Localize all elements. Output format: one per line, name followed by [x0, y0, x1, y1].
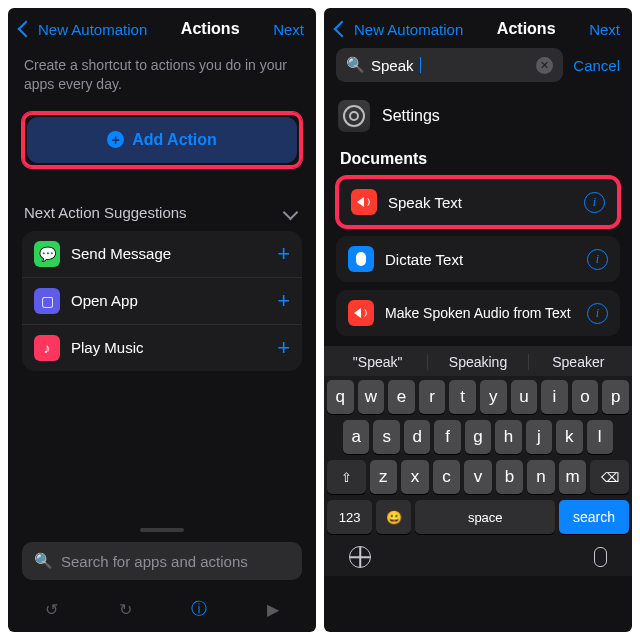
- key-j[interactable]: j: [526, 420, 552, 454]
- search-key[interactable]: search: [559, 500, 629, 534]
- key-u[interactable]: u: [511, 380, 538, 414]
- add-action-button[interactable]: + Add Action: [27, 117, 297, 163]
- keyboard-bottom-bar: [327, 540, 629, 568]
- keyboard: qwertyuiop asdfghjkl ⇧zxcvbnm⌫ 123 😀 spa…: [324, 376, 632, 576]
- suggestion-label: Send Message: [71, 245, 266, 262]
- add-icon[interactable]: +: [277, 241, 290, 267]
- key-i[interactable]: i: [541, 380, 568, 414]
- key-s[interactable]: s: [373, 420, 399, 454]
- key-k[interactable]: k: [556, 420, 582, 454]
- search-input[interactable]: 🔍 Speak ✕: [336, 48, 563, 82]
- info-icon[interactable]: ⓘ: [188, 598, 210, 620]
- tutorial-highlight: + Add Action: [22, 112, 302, 168]
- prediction[interactable]: Speaker: [528, 354, 628, 370]
- key-d[interactable]: d: [404, 420, 430, 454]
- space-key[interactable]: space: [415, 500, 555, 534]
- prediction[interactable]: Speaking: [427, 354, 527, 370]
- suggestions-header[interactable]: Next Action Suggestions: [24, 204, 300, 221]
- suggestion-row[interactable]: 💬 Send Message +: [22, 231, 302, 277]
- key-r[interactable]: r: [419, 380, 446, 414]
- screen-actions-empty: New Automation Actions Next Create a sho…: [8, 8, 316, 632]
- result-speak-text[interactable]: Speak Text i: [336, 176, 620, 228]
- nav-title: Actions: [497, 20, 556, 38]
- key-b[interactable]: b: [496, 460, 524, 494]
- emoji-key[interactable]: 😀: [376, 500, 411, 534]
- info-icon[interactable]: i: [584, 192, 605, 213]
- info-icon[interactable]: i: [587, 249, 608, 270]
- music-icon: ♪: [34, 335, 60, 361]
- key-x[interactable]: x: [401, 460, 429, 494]
- key-h[interactable]: h: [495, 420, 521, 454]
- messages-icon: 💬: [34, 241, 60, 267]
- add-icon[interactable]: +: [277, 335, 290, 361]
- search-row: 🔍 Speak ✕ Cancel: [324, 48, 632, 90]
- chevron-down-icon: [283, 205, 299, 221]
- key-v[interactable]: v: [464, 460, 492, 494]
- prediction[interactable]: "Speak": [328, 354, 427, 370]
- plus-circle-icon: +: [107, 131, 124, 148]
- search-icon: 🔍: [346, 56, 365, 74]
- results-list: Speak Text i Dictate Text i Make Spoken …: [336, 176, 620, 336]
- text-caret: [420, 57, 422, 73]
- back-button[interactable]: New Automation: [20, 21, 147, 38]
- settings-result[interactable]: Settings: [324, 90, 632, 146]
- bottom-toolbar: ↺ ↻ ⓘ ▶: [8, 588, 316, 632]
- dictation-icon[interactable]: [594, 547, 607, 567]
- chevron-left-icon: [18, 21, 35, 38]
- documents-header: Documents: [340, 150, 616, 168]
- settings-label: Settings: [382, 107, 618, 125]
- info-icon[interactable]: i: [587, 303, 608, 324]
- key-n[interactable]: n: [527, 460, 555, 494]
- key-y[interactable]: y: [480, 380, 507, 414]
- key-c[interactable]: c: [433, 460, 461, 494]
- globe-icon[interactable]: [349, 546, 371, 568]
- search-icon: 🔍: [34, 552, 53, 570]
- add-action-label: Add Action: [132, 131, 217, 149]
- clear-icon[interactable]: ✕: [536, 57, 553, 74]
- chevron-left-icon: [334, 21, 351, 38]
- result-dictate-text[interactable]: Dictate Text i: [336, 236, 620, 282]
- key-q[interactable]: q: [327, 380, 354, 414]
- suggestion-row[interactable]: ▢ Open App +: [22, 277, 302, 324]
- number-key[interactable]: 123: [327, 500, 372, 534]
- speaker-icon: [348, 300, 374, 326]
- key-l[interactable]: l: [587, 420, 613, 454]
- play-icon[interactable]: ▶: [262, 598, 284, 620]
- key-g[interactable]: g: [465, 420, 491, 454]
- suggestions-header-label: Next Action Suggestions: [24, 204, 187, 221]
- result-label: Make Spoken Audio from Text: [385, 305, 576, 321]
- undo-icon[interactable]: ↺: [40, 598, 62, 620]
- result-make-spoken-audio[interactable]: Make Spoken Audio from Text i: [336, 290, 620, 336]
- next-button[interactable]: Next: [589, 21, 620, 38]
- search-input[interactable]: 🔍 Search for apps and actions: [22, 542, 302, 580]
- key-a[interactable]: a: [343, 420, 369, 454]
- key-f[interactable]: f: [434, 420, 460, 454]
- key-w[interactable]: w: [358, 380, 385, 414]
- openapp-icon: ▢: [34, 288, 60, 314]
- suggestion-row[interactable]: ♪ Play Music +: [22, 324, 302, 371]
- key-t[interactable]: t: [449, 380, 476, 414]
- navbar: New Automation Actions Next: [324, 8, 632, 48]
- drag-handle[interactable]: [140, 528, 184, 532]
- cancel-button[interactable]: Cancel: [573, 57, 620, 74]
- backspace-key[interactable]: ⌫: [590, 460, 629, 494]
- result-label: Speak Text: [388, 194, 573, 211]
- key-e[interactable]: e: [388, 380, 415, 414]
- add-icon[interactable]: +: [277, 288, 290, 314]
- back-button[interactable]: New Automation: [336, 21, 463, 38]
- shift-key[interactable]: ⇧: [327, 460, 366, 494]
- screen-actions-search: New Automation Actions Next 🔍 Speak ✕ Ca…: [324, 8, 632, 632]
- back-label: New Automation: [38, 21, 147, 38]
- key-p[interactable]: p: [602, 380, 629, 414]
- search-placeholder: Search for apps and actions: [61, 553, 248, 570]
- keyboard-predictions: "Speak" Speaking Speaker: [324, 346, 632, 376]
- key-m[interactable]: m: [559, 460, 587, 494]
- suggestions-list: 💬 Send Message + ▢ Open App + ♪ Play Mus…: [22, 231, 302, 371]
- mic-icon: [348, 246, 374, 272]
- redo-icon[interactable]: ↻: [114, 598, 136, 620]
- search-value: Speak: [371, 57, 414, 74]
- key-o[interactable]: o: [572, 380, 599, 414]
- suggestion-label: Open App: [71, 292, 266, 309]
- next-button[interactable]: Next: [273, 21, 304, 38]
- key-z[interactable]: z: [370, 460, 398, 494]
